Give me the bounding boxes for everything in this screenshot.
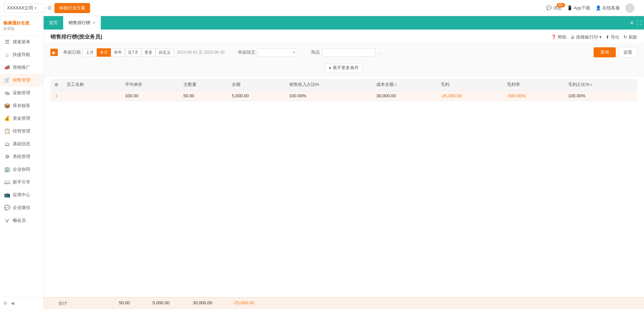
date-tab-last-month[interactable]: 上月 [83,48,97,57]
footer-main-qty: 50.00 [115,300,148,306]
sales-pct-cell: 100.00% [285,91,373,101]
gross-rate-cell: -500.00% [503,91,564,101]
message-badge: 99+ [557,3,565,7]
sidebar-label: 基础信息 [13,141,30,147]
table-footer: 合计 50.00 5,000.00 30,000.00 -25,000.00 [44,297,644,309]
export-button[interactable]: ⬆ 导出 [606,34,619,40]
sidebar-item-guide[interactable]: 📖 新手引导 [0,176,43,189]
sidebar-item-app-center[interactable]: 📺 应用中心 [0,189,43,201]
sidebar-item-operations[interactable]: 📋 经营管理 [0,125,43,138]
page-content: 销售排行榜(按业务员) ❓ 帮助 🖨 按模板打印 ▾ ⬆ [44,30,644,309]
col-settings[interactable]: ⚙ [50,79,62,91]
gross-pct-cell: 100.00% [564,91,637,101]
table-area: ⚙ 员工名称 平均单价 主数量 全额 销售收入占比% 成本全额 ℹ [44,76,644,297]
footer-amount: 5,000.00 [148,300,189,306]
company-select[interactable]: XXXXXX公司 ▾ [4,3,44,13]
goods-filter: 商品 ... [311,48,381,57]
sidebar-item-purchase[interactable]: 🛍 采购管理 [0,87,43,99]
date-tab-this-year[interactable]: 本年 [111,48,125,57]
service-icon: 👤 [596,5,601,10]
avg-price-cell: 100.00 [121,91,179,101]
online-service-button[interactable]: 👤 在线客服 [596,5,620,11]
tab-bar-close-icon[interactable]: ✕ [630,20,634,25]
expand-more-button[interactable]: ▾ 展开更多条件 [325,63,362,72]
cost-info-icon[interactable]: ℹ [395,83,396,87]
sidebar-item-quick-nav[interactable]: ⌂ 快捷导航 [0,48,43,61]
help-button[interactable]: ❓ 帮助 [551,34,566,40]
date-tab-more[interactable]: 更多 [141,48,156,57]
sidebar-settings-icon[interactable]: ⚙ [3,301,7,306]
expand-row: ▾ 展开更多条件 [50,60,637,72]
wechat-icon: 💬 [4,205,10,211]
sidebar-label: 库存核算 [13,103,30,109]
footer-cost-amount: 30,000.00 [189,300,229,306]
date-tabs: 上月 本月 本年 近7天 更多 自定义 [83,48,174,57]
sidebar-label: 采购管理 [13,90,30,96]
sidebar-item-sales[interactable]: 🛒 销售管理 [0,74,43,87]
sidebar-item-system[interactable]: ⚙ 系统管理 [0,150,43,163]
sidebar-item-search-order[interactable]: ☰ 搜索菜单 [0,36,43,48]
header-actions: ❓ 帮助 🖨 按模板打印 ▾ ⬆ 导出 ↻ [551,34,637,40]
sidebar-collapse-icon[interactable]: ◀ [11,301,14,306]
purchase-icon: 🛍 [4,90,10,96]
sidebar-label: 经营管理 [13,128,30,134]
guide-icon: 📖 [4,179,10,185]
collab-icon: 🏢 [4,166,10,172]
tab-bar-expand-icon[interactable]: ⛶ [637,20,641,25]
finance-icon: 💰 [4,115,10,121]
filter-toggle-button[interactable]: ▶ [50,49,58,56]
app-download-button[interactable]: 📱 App下载 [567,5,590,11]
logo-sub: 标准版 [3,26,40,31]
sidebar-item-finance[interactable]: 💰 资金管理 [0,112,43,125]
tab-bar: 首页 销售排行榜 ✕ ✕ ⛶ [44,16,644,30]
basic-info-icon: 🗂 [4,141,10,147]
sales-rank-table: ⚙ 员工名称 平均单价 主数量 全额 销售收入占比% 成本全额 ℹ [50,79,637,101]
sidebar-label: 快捷导航 [13,52,30,58]
avatar[interactable] [625,3,635,13]
print-chevron-icon: ▾ [599,35,602,40]
vip-icon: V [4,218,10,223]
date-label: 单据日期 [63,49,81,55]
sidebar-label: 搜索菜单 [13,39,30,45]
table-row: 1 100.00 50.00 5,000.00 100.00% 30,000.0… [50,91,637,101]
tab-sales-rank[interactable]: 销售排行榜 ✕ [63,16,101,30]
help-icon: ❓ [551,35,556,40]
page-header: 销售排行榜(按业务员) ❓ 帮助 🖨 按模板打印 ▾ ⬆ [44,30,644,44]
filter-right-buttons: 查询 设置 [594,47,637,58]
message-button[interactable]: 💬 消息 99+ [546,5,562,11]
footer-gross: -25,000.00 [229,300,269,306]
expand-label: 展开更多条件 [333,65,359,71]
sidebar-item-inventory[interactable]: 📦 库存核算 [0,99,43,112]
col-cost-amount: 成本全额 ℹ [372,79,436,91]
tab-close-icon[interactable]: ✕ [92,21,95,25]
settings-icon[interactable]: ⚙ [47,5,52,11]
print-button[interactable]: 🖨 按模板打印 ▾ [570,34,602,40]
gross-pct-info-icon[interactable]: ℹ [591,83,592,87]
try-industry-button[interactable]: 体验行业方案 [54,3,90,13]
sidebar-item-basic-info[interactable]: 🗂 基础信息 [0,138,43,150]
top-bar-right: 💬 消息 99+ 📱 App下载 👤 在线客服 [546,3,640,13]
query-button[interactable]: 查询 [594,47,616,57]
gross-cell: -25,000.00 [437,91,503,101]
sidebar-bottom: ⚙ ◀ [0,297,43,309]
goods-input[interactable] [322,48,376,57]
tab-home[interactable]: 首页 [44,16,63,30]
logo-area: 畅康通好生意 标准版 [0,16,43,36]
chevron-down-icon: ▾ [35,6,37,10]
status-select[interactable] [257,48,298,57]
goods-more-icon[interactable]: ... [378,50,381,55]
date-tab-7days[interactable]: 近7天 [125,48,141,57]
settings-small-button[interactable]: 设置 [618,47,637,58]
amount-cell: 5,000.00 [228,91,285,101]
refresh-button[interactable]: ↻ 刷新 [624,34,637,40]
date-tab-this-month[interactable]: 本月 [97,48,111,57]
sidebar-item-marketing[interactable]: 📣 营销推广 [0,61,43,74]
sidebar-label: 应用中心 [13,192,30,198]
app-center-icon: 📺 [4,192,10,198]
status-select-wrap [257,48,298,57]
sidebar-item-enterprise-collab[interactable]: 🏢 企业协同 [0,163,43,176]
date-tab-custom[interactable]: 自定义 [156,48,174,57]
sidebar-item-wechat[interactable]: 💬 企业微信 [0,201,43,214]
sidebar-item-vip[interactable]: V 畅会员 [0,214,43,227]
date-filter: 单据日期 上月 本月 本年 近7天 更多 自定义 2023-06-01 至 20… [63,48,224,57]
